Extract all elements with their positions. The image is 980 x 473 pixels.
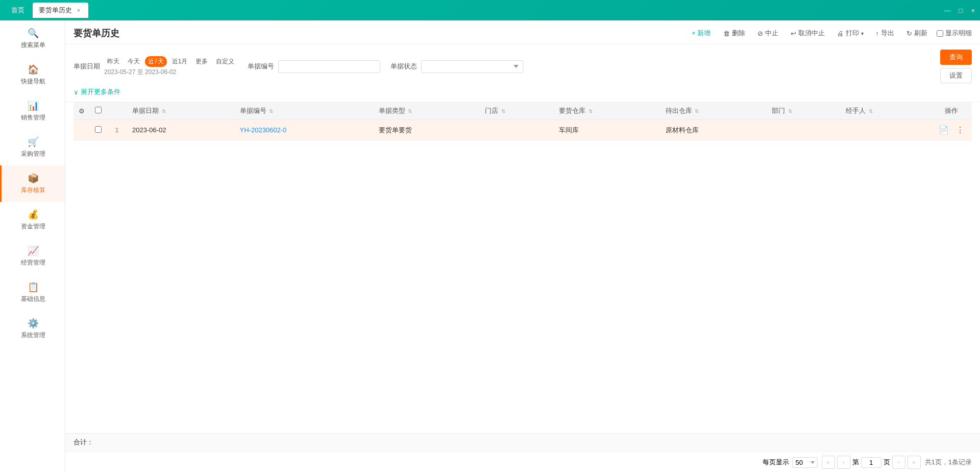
next-page-button[interactable]: › <box>892 456 905 469</box>
row-more-button[interactable]: ⋮ <box>954 124 966 136</box>
row-checkbox-cell[interactable] <box>90 120 107 140</box>
date-btn-more[interactable]: 更多 <box>192 56 211 67</box>
sidebar-item-operation[interactable]: 📈 经营管理 <box>0 238 65 274</box>
sidebar-item-nav-label: 快捷导航 <box>21 77 45 86</box>
column-handler[interactable]: 经手人 ⇅ <box>841 102 931 120</box>
setting-button[interactable]: 设置 <box>940 68 972 83</box>
display-cell-button[interactable]: 显示明细 <box>937 29 972 38</box>
row-doc-no-link[interactable]: YH-20230602-0 <box>240 126 287 134</box>
stop-button[interactable]: ⊘ 中止 <box>754 27 781 40</box>
sort-doc-type-icon: ⇅ <box>408 108 412 114</box>
tab-home[interactable]: 首页 <box>5 3 31 18</box>
column-pending-warehouse[interactable]: 待出仓库 ⇅ <box>660 102 767 120</box>
first-page-button[interactable]: « <box>822 456 835 469</box>
top-bar: 首页 要货单历史 × — □ × <box>0 0 980 20</box>
close-button[interactable]: × <box>971 7 975 14</box>
sort-pending-warehouse-icon: ⇅ <box>695 108 699 114</box>
tab-active[interactable]: 要货单历史 × <box>33 3 88 18</box>
status-filter-group: 单据状态 <box>390 60 523 73</box>
sidebar-item-finance[interactable]: 💰 资金管理 <box>0 202 65 238</box>
table-area: ⚙ 单据日期 ⇅ 单据编号 ⇅ <box>65 102 980 433</box>
export-label: 导出 <box>881 29 894 38</box>
column-doc-type[interactable]: 单据类型 ⇅ <box>374 102 480 120</box>
column-date-label: 单据日期 <box>132 107 159 114</box>
page-header: 要货单历史 + 新增 🗑 删除 ⊘ 中止 ↩ 取消中止 🖨 打印 <box>65 20 980 44</box>
sidebar-item-nav[interactable]: 🏠 快捷导航 <box>0 57 65 93</box>
sidebar-item-basic[interactable]: 📋 基础信息 <box>0 274 65 311</box>
close-tab-icon[interactable]: × <box>75 7 82 14</box>
row-edit-button[interactable]: 📄 <box>937 124 951 136</box>
date-range-display: 2023-05-27 至 2023-06-02 <box>104 68 237 77</box>
date-btn-yesterday[interactable]: 昨天 <box>104 56 122 67</box>
inventory-icon: 📦 <box>28 173 39 184</box>
main-layout: 🔍 搜索菜单 🏠 快捷导航 📊 销售管理 🛒 采购管理 📦 库存核算 💰 资金管… <box>0 20 980 473</box>
pagination: 每页显示 10 20 50 100 « ‹ 第 页 › » 共1页，1条记录 <box>65 451 980 473</box>
sidebar-item-purchase[interactable]: 🛒 采购管理 <box>0 129 65 165</box>
refresh-label: 刷新 <box>914 29 927 38</box>
stop-label: 中止 <box>765 29 778 38</box>
cancel-stop-button[interactable]: ↩ 取消中止 <box>788 27 828 40</box>
new-button[interactable]: + 新增 <box>689 27 714 40</box>
sales-icon: 📊 <box>28 100 39 111</box>
sort-handler-icon: ⇅ <box>869 108 873 114</box>
expand-conditions-button[interactable]: ∨ 展开更多条件 <box>74 87 972 97</box>
toolbar: + 新增 🗑 删除 ⊘ 中止 ↩ 取消中止 🖨 打印 ▾ <box>689 27 972 40</box>
page-nav: « ‹ 第 页 › » <box>822 456 921 469</box>
column-doc-no[interactable]: 单据编号 ⇅ <box>235 102 374 120</box>
minimize-button[interactable]: — <box>944 7 951 14</box>
page-number-input[interactable] <box>861 457 881 468</box>
expand-label: 展开更多条件 <box>81 87 120 97</box>
select-all-checkbox[interactable] <box>95 107 102 113</box>
column-settings[interactable]: ⚙ <box>74 102 90 120</box>
per-page-group: 每页显示 10 20 50 100 <box>763 457 818 468</box>
expand-down-icon: ∨ <box>74 88 79 96</box>
sidebar-item-inventory[interactable]: 📦 库存核算 <box>0 165 65 202</box>
page-title: 要货单历史 <box>74 27 119 39</box>
table-row[interactable]: 1 2023-06-02 YH-20230602-0 要货单要货 车间库 原材料… <box>74 120 972 140</box>
refresh-icon: ↻ <box>906 30 912 37</box>
maximize-button[interactable]: □ <box>959 7 963 14</box>
filter-area: 单据日期 昨天 今天 近7天 近1月 更多 自定义 2023-05-27 至 2… <box>65 44 980 102</box>
sidebar-item-purchase-label: 采购管理 <box>21 150 45 158</box>
row-checkbox[interactable] <box>95 126 102 133</box>
column-req-warehouse[interactable]: 要货仓库 ⇅ <box>554 102 660 120</box>
date-btn-today[interactable]: 今天 <box>125 56 143 67</box>
per-page-label: 每页显示 <box>763 458 789 467</box>
row-doc-no-cell: YH-20230602-0 <box>235 120 374 140</box>
date-btn-custom[interactable]: 自定义 <box>213 56 237 67</box>
doc-number-input[interactable] <box>278 60 380 73</box>
system-icon: ⚙️ <box>28 318 39 329</box>
query-button[interactable]: 查询 <box>940 50 972 65</box>
sort-doc-no-icon: ⇅ <box>269 108 273 114</box>
print-button[interactable]: 🖨 打印 ▾ <box>834 27 867 40</box>
refresh-button[interactable]: ↻ 刷新 <box>903 27 930 40</box>
page-suffix-label: 页 <box>884 458 890 467</box>
export-icon: ↑ <box>876 30 879 37</box>
date-btn-7days[interactable]: 近7天 <box>145 56 167 67</box>
tab-active-label: 要货单历史 <box>39 6 72 15</box>
last-page-button[interactable]: » <box>908 456 921 469</box>
sidebar-item-search[interactable]: 🔍 搜索菜单 <box>0 20 65 57</box>
export-button[interactable]: ↑ 导出 <box>873 27 898 40</box>
delete-button[interactable]: 🗑 删除 <box>720 27 748 40</box>
sidebar-item-inventory-label: 库存核算 <box>21 186 45 195</box>
table-header: ⚙ 单据日期 ⇅ 单据编号 ⇅ <box>74 102 972 120</box>
sidebar-item-sales[interactable]: 📊 销售管理 <box>0 93 65 129</box>
column-doc-no-label: 单据编号 <box>240 107 266 114</box>
delete-icon: 🗑 <box>723 30 730 37</box>
column-date[interactable]: 单据日期 ⇅ <box>127 102 235 120</box>
summary-label: 合计： <box>74 438 93 446</box>
status-select[interactable] <box>421 60 523 73</box>
window-controls: — □ × <box>944 7 975 14</box>
column-store[interactable]: 门店 ⇅ <box>480 102 554 120</box>
date-btn-1month[interactable]: 近1月 <box>169 56 191 67</box>
tab-home-label: 首页 <box>11 6 24 15</box>
row-date-cell: 2023-06-02 <box>127 120 235 140</box>
column-ops: 操作 <box>931 102 972 120</box>
row-dept-cell <box>767 120 841 140</box>
page-size-select[interactable]: 10 20 50 100 <box>792 457 818 468</box>
column-dept[interactable]: 部门 ⇅ <box>767 102 841 120</box>
sidebar-item-system[interactable]: ⚙️ 系统管理 <box>0 311 65 347</box>
display-cell-checkbox[interactable] <box>937 30 943 37</box>
prev-page-button[interactable]: ‹ <box>837 456 850 469</box>
